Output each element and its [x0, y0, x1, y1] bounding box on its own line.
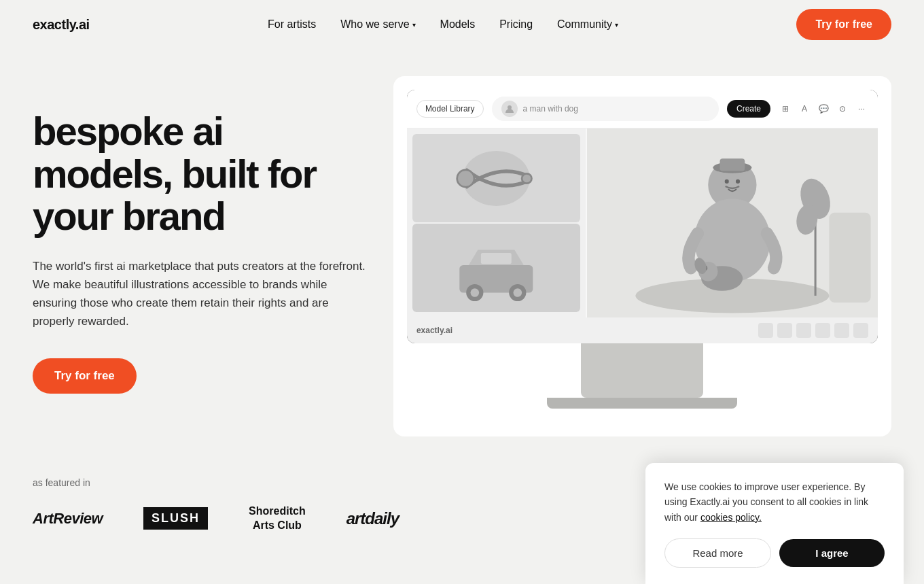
i-agree-button[interactable]: I agree [779, 539, 885, 553]
more-icon: ··· [855, 102, 868, 116]
thumbnails-column [407, 128, 586, 317]
search-bar: a man with dog [492, 97, 719, 121]
chat-icon: 💬 [817, 102, 830, 116]
header: exactly.ai For artists Who we serve ▾ Mo… [0, 0, 924, 49]
svg-rect-16 [720, 158, 745, 171]
app-window: Model Library a man with dog Create ⊞ A … [407, 90, 878, 343]
create-button[interactable]: Create [727, 100, 770, 118]
svg-rect-24 [830, 213, 871, 303]
model-library-button[interactable]: Model Library [416, 100, 484, 118]
main-nav: For artists Who we serve ▾ Models Pricin… [268, 18, 618, 31]
footer-icon-5 [834, 323, 849, 338]
header-try-free-button[interactable]: Try for free [796, 9, 891, 40]
app-toolbar: Model Library a man with dog Create ⊞ A … [407, 90, 878, 128]
avatar [501, 101, 518, 117]
search-input[interactable]: a man with dog [523, 104, 578, 114]
chevron-down-icon: ▾ [615, 21, 618, 29]
app-footer: exactly.ai [407, 317, 878, 343]
svg-point-17 [725, 179, 729, 184]
logo-artreview: ArtReview [33, 510, 103, 528]
hero-section: bespoke ai models, built for your brand … [0, 49, 924, 443]
cookie-text: We use cookies to improve user experienc… [664, 479, 885, 525]
toolbar-icons: ⊞ A 💬 ⊙ ··· [779, 102, 868, 116]
footer-icon-2 [777, 323, 792, 338]
svg-point-6 [471, 288, 480, 297]
hero-try-free-button[interactable]: Try for free [33, 358, 137, 394]
svg-point-3 [522, 173, 531, 183]
app-footer-icons [758, 323, 868, 338]
nav-for-artists[interactable]: For artists [268, 18, 316, 31]
hero-subtitle: The world's first ai marketplace that pu… [33, 257, 366, 331]
nav-community[interactable]: Community ▾ [557, 18, 618, 31]
cookie-policy-link[interactable]: cookies policy. [700, 512, 762, 523]
footer-icon-3 [796, 323, 811, 338]
svg-rect-9 [481, 253, 512, 264]
svg-point-8 [514, 288, 522, 297]
chevron-down-icon: ▾ [412, 21, 416, 29]
monitor-stand-area [407, 343, 878, 409]
svg-point-2 [457, 169, 474, 186]
hero-app-preview: Model Library a man with dog Create ⊞ A … [393, 76, 891, 436]
nav-models[interactable]: Models [440, 18, 476, 31]
app-content [407, 128, 878, 317]
cookie-banner: We use cookies to improve user experienc… [645, 463, 904, 553]
monitor-base [547, 398, 737, 409]
footer-icon-4 [815, 323, 830, 338]
nav-who-we-serve[interactable]: Who we serve ▾ [340, 18, 415, 31]
main-illustration [587, 128, 878, 317]
footer-icon-1 [758, 323, 773, 338]
footer-icon-6 [853, 323, 868, 338]
settings-icon: ⊙ [836, 102, 849, 116]
nav-pricing[interactable]: Pricing [499, 18, 533, 31]
logo-artdaily: artdaily [346, 509, 399, 528]
read-more-button[interactable]: Read more [664, 538, 771, 553]
logo-shoreditch: ShoreditchArts Club [249, 504, 306, 533]
app-brand-label: exactly.ai [416, 326, 452, 335]
cookie-actions: Read more I agree [664, 538, 885, 553]
thumbnail-car[interactable] [412, 224, 580, 312]
hero-title: bespoke ai models, built for your brand [33, 110, 366, 238]
grid-icon: ⊞ [779, 102, 792, 116]
logo-slush: SLUSH [143, 507, 208, 530]
svg-point-18 [736, 179, 740, 184]
monitor-stand [581, 343, 703, 398]
logo[interactable]: exactly.ai [33, 17, 90, 33]
thumbnail-scissors[interactable] [412, 134, 580, 222]
text-icon: A [798, 102, 811, 116]
hero-left-panel: bespoke ai models, built for your brand … [33, 76, 393, 394]
